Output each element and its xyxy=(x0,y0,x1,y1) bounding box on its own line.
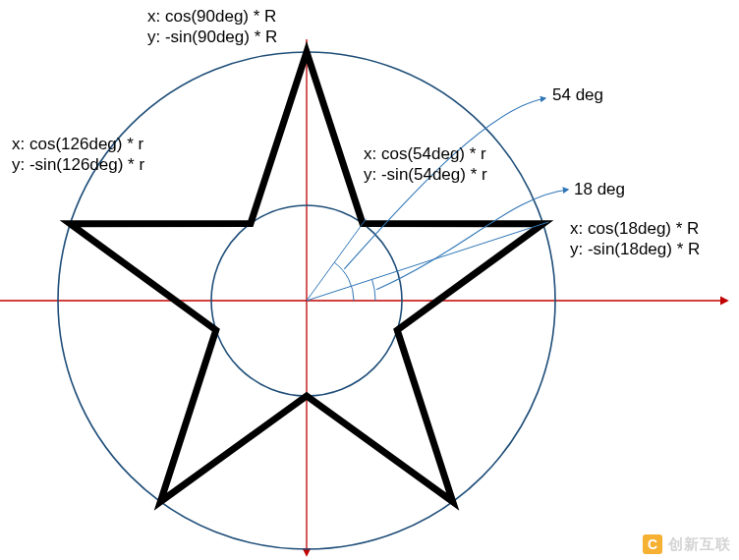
angle-guides xyxy=(307,98,568,301)
diagram-stage: x: cos(90deg) * R y: -sin(90deg) * R x: … xyxy=(0,0,739,560)
ray-54deg xyxy=(307,219,367,301)
ray-18deg xyxy=(307,222,548,301)
watermark: C 创新互联 xyxy=(643,534,731,554)
watermark-letter: C xyxy=(648,536,657,552)
arc-54deg xyxy=(334,262,354,301)
star-geometry-svg xyxy=(0,0,739,560)
arc-18deg xyxy=(372,279,375,301)
watermark-icon: C xyxy=(643,534,662,554)
axes-layer xyxy=(0,39,727,555)
watermark-text: 创新互联 xyxy=(668,535,731,554)
